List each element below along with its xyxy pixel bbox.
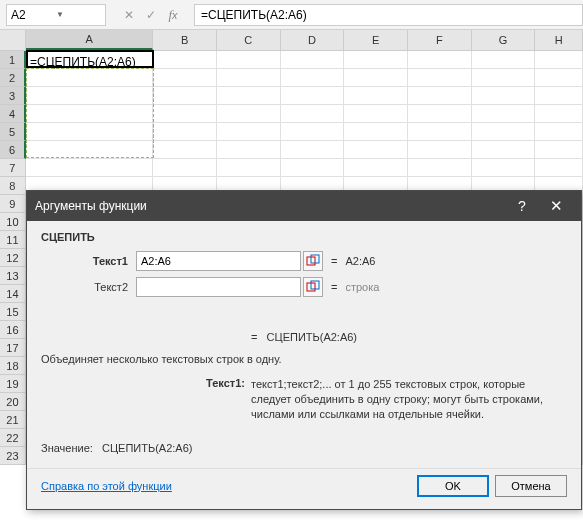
col-header-b[interactable]: B	[153, 30, 217, 50]
cell[interactable]	[344, 123, 408, 141]
cell[interactable]	[535, 69, 583, 87]
row-header[interactable]: 4	[0, 105, 26, 123]
arg1-collapse-icon[interactable]	[303, 251, 323, 271]
cell[interactable]	[408, 159, 472, 177]
cell[interactable]	[26, 159, 153, 177]
cell[interactable]	[217, 141, 281, 159]
cell[interactable]	[472, 123, 536, 141]
row-header[interactable]: 7	[0, 159, 26, 177]
col-header-f[interactable]: F	[408, 30, 472, 50]
cell[interactable]	[217, 87, 281, 105]
col-header-e[interactable]: E	[344, 30, 408, 50]
row-header[interactable]: 5	[0, 123, 26, 141]
cell[interactable]	[472, 141, 536, 159]
row-header[interactable]: 14	[0, 285, 26, 303]
col-header-g[interactable]: G	[472, 30, 536, 50]
fx-icon[interactable]: fx	[162, 4, 184, 26]
cell[interactable]	[472, 69, 536, 87]
cell[interactable]	[153, 159, 217, 177]
cell[interactable]	[344, 105, 408, 123]
cell[interactable]	[344, 141, 408, 159]
row-header[interactable]: 8	[0, 177, 26, 195]
row-header[interactable]: 11	[0, 231, 26, 249]
cell[interactable]	[408, 105, 472, 123]
cell[interactable]	[281, 51, 345, 69]
row-header[interactable]: 10	[0, 213, 26, 231]
formula-input[interactable]: =СЦЕПИТЬ(A2:A6)	[194, 4, 583, 26]
cell[interactable]	[153, 51, 217, 69]
cell[interactable]	[344, 51, 408, 69]
cell[interactable]	[472, 51, 536, 69]
cell[interactable]	[535, 105, 583, 123]
cell[interactable]	[535, 141, 583, 159]
dialog-titlebar[interactable]: Аргументы функции ? ✕	[27, 191, 581, 221]
ok-button[interactable]: OK	[417, 475, 489, 497]
cell[interactable]	[408, 69, 472, 87]
cancel-formula-icon[interactable]: ✕	[118, 4, 140, 26]
cell[interactable]	[535, 87, 583, 105]
cell[interactable]	[281, 123, 345, 141]
row-header[interactable]: 20	[0, 393, 26, 411]
cell[interactable]	[281, 159, 345, 177]
help-link[interactable]: Справка по этой функции	[41, 480, 411, 492]
cell[interactable]	[344, 87, 408, 105]
cell[interactable]	[281, 105, 345, 123]
row-header[interactable]: 18	[0, 357, 26, 375]
active-cell[interactable]: =СЦЕПИТЬ(A2:A6)	[26, 50, 154, 68]
cell[interactable]	[217, 123, 281, 141]
cell[interactable]	[408, 87, 472, 105]
cell[interactable]	[217, 51, 281, 69]
cell[interactable]	[344, 69, 408, 87]
cell[interactable]	[281, 87, 345, 105]
cell[interactable]	[217, 69, 281, 87]
row-header[interactable]: 16	[0, 321, 26, 339]
row-header[interactable]: 9	[0, 195, 26, 213]
col-header-d[interactable]: D	[281, 30, 345, 50]
accept-formula-icon[interactable]: ✓	[140, 4, 162, 26]
cell[interactable]	[153, 69, 217, 87]
cell[interactable]	[408, 51, 472, 69]
row-header[interactable]: 19	[0, 375, 26, 393]
close-icon[interactable]: ✕	[539, 191, 573, 221]
col-header-h[interactable]: H	[535, 30, 583, 50]
help-icon[interactable]: ?	[505, 191, 539, 221]
cell[interactable]	[408, 141, 472, 159]
arg1-input[interactable]	[136, 251, 301, 271]
cell[interactable]	[217, 159, 281, 177]
arg2-input[interactable]	[136, 277, 301, 297]
name-box[interactable]: A2 ▼	[6, 4, 106, 26]
row-header[interactable]: 1	[0, 51, 26, 69]
cell[interactable]	[472, 87, 536, 105]
cell[interactable]	[472, 159, 536, 177]
row-header[interactable]: 3	[0, 87, 26, 105]
cell[interactable]	[153, 87, 217, 105]
row-header[interactable]: 13	[0, 267, 26, 285]
cell[interactable]	[344, 159, 408, 177]
row-header[interactable]: 12	[0, 249, 26, 267]
cell[interactable]	[153, 123, 217, 141]
cell[interactable]	[153, 141, 217, 159]
col-header-a[interactable]: A	[26, 30, 153, 50]
row-header[interactable]: 6	[0, 141, 26, 159]
row-header[interactable]: 17	[0, 339, 26, 357]
cell[interactable]	[153, 105, 217, 123]
cell[interactable]	[217, 105, 281, 123]
row-header[interactable]: 23	[0, 447, 26, 465]
select-all-corner[interactable]	[0, 30, 26, 50]
row-header[interactable]: 2	[0, 69, 26, 87]
cancel-button[interactable]: Отмена	[495, 475, 567, 497]
cell[interactable]	[408, 123, 472, 141]
arg-row-2: Текст2 = строка	[41, 277, 567, 297]
cell[interactable]	[535, 159, 583, 177]
arg2-collapse-icon[interactable]	[303, 277, 323, 297]
cell[interactable]	[472, 105, 536, 123]
dropdown-icon[interactable]: ▼	[56, 10, 101, 19]
cell[interactable]	[281, 141, 345, 159]
col-header-c[interactable]: C	[217, 30, 281, 50]
cell[interactable]	[535, 123, 583, 141]
row-header[interactable]: 22	[0, 429, 26, 447]
cell[interactable]	[281, 69, 345, 87]
cell[interactable]	[535, 51, 583, 69]
row-header[interactable]: 15	[0, 303, 26, 321]
row-header[interactable]: 21	[0, 411, 26, 429]
